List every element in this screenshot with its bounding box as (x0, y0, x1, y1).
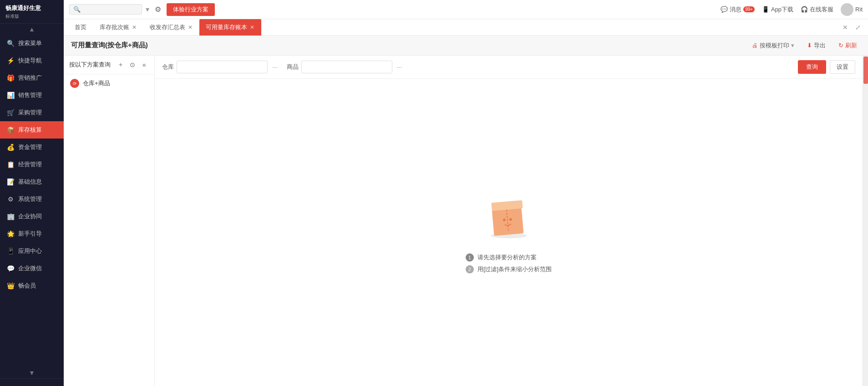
tabs-close-button[interactable]: ✕ (840, 22, 851, 33)
topbar-right: 💬 消息 99+ 📱 App下载 🎧 在线客服 Rit (721, 3, 863, 16)
warehouse-input[interactable] (177, 61, 268, 73)
sidebar-item-guide[interactable]: 🌟新手引导 (0, 225, 64, 242)
headset-icon: 🎧 (801, 6, 808, 13)
hint-text-2: 用[过滤]条件来缩小分析范围 (477, 265, 552, 273)
sidebar-icon-apps: 📱 (6, 247, 15, 255)
right-scrollbar[interactable] (863, 56, 868, 386)
sidebar-edition: 标准版 (5, 13, 58, 20)
page-title: 可用量查询(按仓库+商品) (71, 41, 748, 50)
filter-header: 按以下方案查询 ＋ ⊙ « (64, 56, 154, 74)
warehouse-field: 仓库 ··· (162, 61, 279, 73)
hint-text-1: 请先选择要分析的方案 (477, 253, 537, 262)
tab-batch-close[interactable]: ✕ (132, 24, 137, 31)
sidebar-icon-operations: 📋 (6, 161, 15, 168)
sidebar-icon-basic: 📝 (6, 178, 15, 185)
tab-batch[interactable]: 库存批次账 ✕ (93, 19, 143, 36)
product-field: 商品 ··· (287, 61, 404, 73)
message-button[interactable]: 💬 消息 99+ (721, 5, 755, 14)
sidebar-scroll-down[interactable]: ▼ (0, 367, 64, 378)
hint-number-1: 1 (466, 253, 474, 262)
query-row: 仓库 ··· 商品 ··· 查询 设置 (155, 56, 863, 79)
page-header: 可用量查询(按仓库+商品) 🖨 按模板打印 ▾ ⬇ 导出 ↻ 刷新 (64, 36, 868, 56)
sidebar-item-sales[interactable]: 📊销售管理 (0, 87, 64, 104)
sidebar-label-quicknav: 快捷导航 (18, 57, 42, 65)
topbar: 🔍 ▾ ⚙ 体验行业方案 💬 消息 99+ 📱 App下载 🎧 在线客服 Rit (64, 0, 868, 19)
product-input[interactable] (301, 61, 392, 73)
sidebar-icon-system: ⚙ (6, 196, 15, 203)
app-download-label: App下载 (771, 5, 793, 14)
tabs-bar-right: ✕ ⤢ (840, 22, 863, 33)
content-area: 按以下方案查询 ＋ ⊙ « ⟳ 仓库+商品 (64, 56, 868, 386)
sidebar-icon-sales: 📊 (6, 92, 15, 99)
refresh-icon: ↻ (838, 42, 843, 49)
product-more-button[interactable]: ··· (395, 62, 404, 72)
filter-collapse-button[interactable]: « (140, 60, 149, 69)
trial-industry-button[interactable]: 体验行业方案 (167, 3, 215, 16)
app-download-icon: 📱 (762, 6, 769, 13)
sidebar-item-quicknav[interactable]: ⚡快捷导航 (0, 52, 64, 69)
tabs-bar: 首页 库存批次账 ✕ 收发存汇总表 ✕ 可用量库存账本 ✕ ✕ ⤢ (64, 19, 868, 36)
settings-circle-icon: ⊙ (130, 61, 135, 68)
sidebar-header: 畅康通好生意 标准版 (0, 0, 64, 24)
settings-button[interactable]: 设置 (830, 60, 855, 74)
sidebar-item-finance[interactable]: 💰资金管理 (0, 139, 64, 156)
topbar-search-input[interactable] (82, 6, 128, 13)
online-service-label: 在线客服 (810, 5, 833, 14)
tabs-expand-button[interactable]: ⤢ (853, 22, 863, 33)
filter-header-label: 按以下方案查询 (69, 61, 111, 69)
sidebar-item-system[interactable]: ⚙系统管理 (0, 190, 64, 208)
topbar-settings-icon[interactable]: ⚙ (153, 3, 163, 15)
sidebar-item-search[interactable]: 🔍搜索菜单 (0, 35, 64, 52)
sidebar-item-operations[interactable]: 📋经营管理 (0, 156, 64, 173)
sidebar-icon-marketing: 🎁 (6, 74, 15, 82)
sidebar: 畅康通好生意 标准版 ▲ 🔍搜索菜单⚡快捷导航🎁营销推广📊销售管理🛒采购管理📦库… (0, 0, 64, 386)
page-actions: 🖨 按模板打印 ▾ ⬇ 导出 ↻ 刷新 (748, 40, 861, 51)
sidebar-scroll-up[interactable]: ▲ (0, 24, 64, 35)
topbar-dropdown-icon[interactable]: ▾ (146, 5, 149, 14)
sidebar-item-wechat[interactable]: 💬企业微信 (0, 260, 64, 277)
print-dropdown-icon[interactable]: ▾ (791, 42, 794, 49)
sidebar-icon-guide: 🌟 (6, 230, 15, 237)
sidebar-item-member[interactable]: 👑畅会员 (0, 277, 64, 294)
tab-available[interactable]: 可用量库存账本 ✕ (199, 19, 261, 36)
sidebar-label-basic: 基础信息 (18, 178, 42, 186)
product-label: 商品 (287, 63, 299, 71)
warehouse-more-button[interactable]: ··· (270, 62, 279, 72)
sidebar-item-enterprise[interactable]: 🏢企业协同 (0, 208, 64, 225)
sidebar-item-marketing[interactable]: 🎁营销推广 (0, 69, 64, 87)
sidebar-label-purchase: 采购管理 (18, 108, 42, 117)
print-label: 按模板打印 (760, 41, 789, 50)
hint-number-2: 2 (466, 265, 474, 273)
filter-settings-button[interactable]: ⊙ (128, 60, 137, 69)
empty-illustration (482, 188, 536, 242)
online-service-button[interactable]: 🎧 在线客服 (801, 5, 833, 14)
collapse-icon: « (142, 61, 146, 68)
tab-summary-close[interactable]: ✕ (188, 24, 193, 31)
filter-add-button[interactable]: ＋ (116, 60, 125, 69)
sidebar-item-purchase[interactable]: 🛒采购管理 (0, 104, 64, 121)
filter-item-warehouse-product[interactable]: ⟳ 仓库+商品 (64, 74, 154, 93)
print-button[interactable]: 🖨 按模板打印 ▾ (748, 40, 798, 51)
sidebar-icon-wechat: 💬 (6, 265, 15, 272)
empty-hint-2: 2 用[过滤]条件来缩小分析范围 (466, 265, 552, 273)
app-download-button[interactable]: 📱 App下载 (762, 5, 793, 14)
sidebar-bottom (0, 378, 64, 386)
tab-available-close[interactable]: ✕ (250, 24, 254, 31)
svg-rect-1 (492, 207, 523, 236)
sidebar-label-inventory: 库存核算 (18, 126, 42, 134)
query-button[interactable]: 查询 (798, 60, 826, 74)
sidebar-icon-purchase: 🛒 (6, 109, 15, 116)
sidebar-item-inventory[interactable]: 📦库存核算 (0, 121, 64, 139)
user-menu[interactable]: Rit (841, 3, 863, 16)
export-button[interactable]: ⬇ 导出 (803, 40, 829, 51)
message-label: 消息 (730, 5, 741, 14)
tab-summary-label: 收发存汇总表 (150, 23, 185, 31)
refresh-button[interactable]: ↻ 刷新 (835, 40, 861, 51)
tab-home[interactable]: 首页 (68, 19, 93, 36)
avatar (841, 3, 853, 16)
tab-summary[interactable]: 收发存汇总表 ✕ (143, 19, 199, 36)
sidebar-item-basic[interactable]: 📝基础信息 (0, 173, 64, 190)
export-label: 导出 (814, 41, 826, 50)
warehouse-label: 仓库 (162, 63, 174, 71)
sidebar-item-apps[interactable]: 📱应用中心 (0, 242, 64, 260)
